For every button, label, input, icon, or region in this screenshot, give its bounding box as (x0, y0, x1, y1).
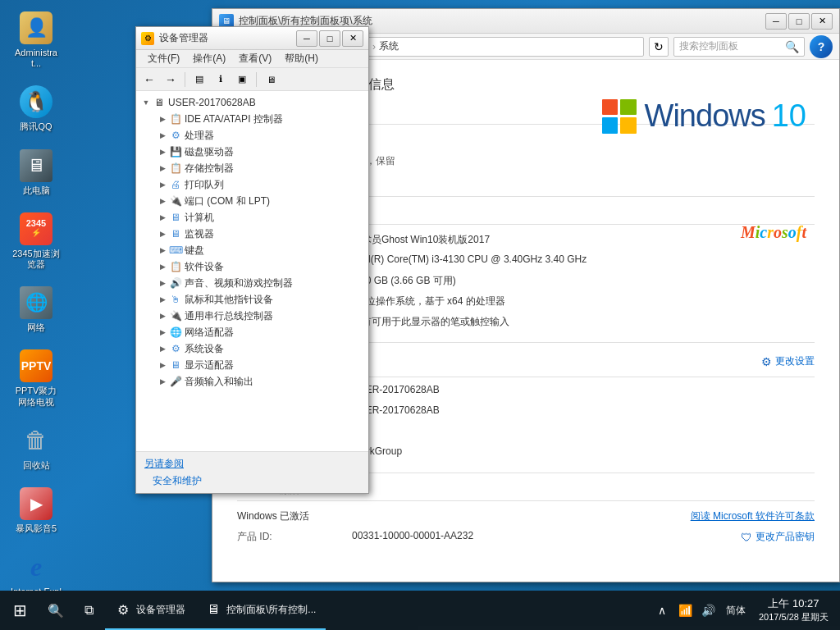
tree-item-9[interactable]: ▶ 📋 软件设备 (136, 258, 368, 275)
tree-icon-13: 🌐 (169, 326, 182, 339)
taskbar-item-device-manager[interactable]: ⚙ 设备管理器 (105, 591, 195, 630)
tree-expand-13: ▶ (156, 326, 169, 339)
flag-tl (602, 99, 619, 116)
menu-view[interactable]: 查看(V) (232, 50, 278, 67)
toolbar-btn3[interactable]: ▣ (232, 71, 252, 89)
tree-expand-3: ▶ (156, 162, 169, 175)
tree-expand-10: ▶ (156, 276, 169, 290)
ms-logo-r: r (767, 223, 774, 241)
shield-icon: 🛡 (741, 531, 752, 544)
tree-item-2[interactable]: ▶ 💾 磁盘驱动器 (136, 144, 368, 160)
taskbar-cp-label: 控制面板\所有控制... (226, 603, 316, 617)
taskbar: ⊞ 🔍 ⧉ ⚙ 设备管理器 🖥 控制面板\所有控制... ∧ 📶 🔊 简体 上午… (0, 591, 840, 630)
ms-license-link[interactable]: 阅读 Microsoft 软件许可条款 (691, 509, 815, 523)
tree-label-2: 磁盘驱动器 (185, 145, 234, 159)
tree-icon-root: 🖥 (153, 96, 166, 109)
toolbar-btn2[interactable]: ℹ (211, 71, 231, 89)
desktop-icon-administrator[interactable]: 👤 Administrat... (7, 8, 66, 72)
gear-icon: ⚙ (761, 355, 772, 368)
ms-logo-t: t (801, 223, 806, 241)
search-icon[interactable]: 🔍 (785, 40, 799, 53)
search-button[interactable]: 🔍 (39, 591, 72, 630)
help-button[interactable]: ? (810, 35, 833, 58)
tree-label-14: 系统设备 (185, 342, 224, 356)
tree-icon-16: 🎤 (169, 375, 182, 388)
tree-item-3[interactable]: ▶ 📋 存储控制器 (136, 160, 368, 176)
windows10-number: 10 (772, 98, 806, 134)
tree-item-12[interactable]: ▶ 🔌 通用串行总线控制器 (136, 308, 368, 324)
tree-item-14[interactable]: ▶ ⚙ 系统设备 (136, 340, 368, 357)
cp-close-button[interactable]: ✕ (811, 13, 833, 30)
tray-language[interactable]: 简体 (721, 602, 751, 619)
tree-item-13[interactable]: ▶ 🌐 网络适配器 (136, 324, 368, 340)
desktop-icon-qq[interactable]: 🐧 腾讯QQ (7, 82, 66, 135)
tray-network-icon[interactable]: 📶 (675, 600, 695, 620)
desktop-icon-bfyy[interactable]: ▶ 暴风影音5 (7, 484, 66, 537)
device-manager-titlebar: ⚙ 设备管理器 ─ □ ✕ (136, 27, 368, 50)
tree-item-4[interactable]: ▶ 🖨 打印队列 (136, 176, 368, 193)
tray-volume-icon[interactable]: 🔊 (698, 600, 718, 620)
tree-label-11: 鼠标和其他指针设备 (185, 293, 273, 307)
tree-item-1[interactable]: ▶ ⚙ 处理器 (136, 127, 368, 144)
taskbar-search-icon: 🔍 (48, 603, 64, 619)
toolbar-btn1[interactable]: ▤ (189, 71, 209, 89)
window-controls: ─ □ ✕ (296, 30, 363, 47)
tree-item-5[interactable]: ▶ 🔌 端口 (COM 和 LPT) (136, 193, 368, 209)
see-also-link[interactable]: 另请参阅 (144, 457, 360, 471)
close-button[interactable]: ✕ (342, 30, 363, 47)
tree-item-7[interactable]: ▶ 🖥 监视器 (136, 226, 368, 242)
device-manager-icon: ⚙ (141, 32, 154, 45)
ms-logo-o2: o (788, 223, 797, 241)
product-id-container: 产品 ID: 00331-10000-00001-AA232 (237, 530, 473, 544)
menu-help[interactable]: 帮助(H) (278, 50, 325, 67)
tree-root[interactable]: ▼ 🖥 USER-20170628AB (136, 94, 368, 111)
start-button[interactable]: ⊞ (0, 591, 39, 630)
tree-icon-11: 🖱 (169, 293, 182, 306)
activation-status: Windows 已激活 (237, 509, 686, 523)
menu-file[interactable]: 文件(F) (141, 50, 186, 67)
tree-item-16[interactable]: ▶ 🎤 音频输入和输出 (136, 373, 368, 390)
tree-icon-6: 🖥 (169, 211, 182, 224)
task-view-button[interactable]: ⧉ (72, 591, 105, 630)
change-product-button[interactable]: 🛡 更改产品密钥 (741, 530, 815, 544)
tree-label-10: 声音、视频和游戏控制器 (185, 276, 293, 290)
menu-action[interactable]: 操作(A) (186, 50, 232, 67)
change-settings-button[interactable]: ⚙ 更改设置 (761, 354, 815, 368)
tree-expand-4: ▶ (156, 178, 169, 191)
tree-item-6[interactable]: ▶ 🖥 计算机 (136, 209, 368, 226)
desktop-icon-pptv[interactable]: PPTV PPTV聚力 网络电视 (7, 346, 66, 410)
safety-maintenance-link[interactable]: 安全和维护 (144, 474, 360, 488)
icon-label-speed: 2345加速浏览器 (10, 249, 62, 270)
toolbar-btn4[interactable]: 🖥 (261, 71, 281, 89)
maximize-button[interactable]: □ (319, 30, 340, 47)
tree-item-0[interactable]: ▶ 📋 IDE ATA/ATAPI 控制器 (136, 111, 368, 127)
tree-icon-10: 🔊 (169, 276, 182, 290)
tree-expand-0: ▶ (156, 112, 169, 126)
tree-item-15[interactable]: ▶ 🖥 显示适配器 (136, 357, 368, 373)
tree-root-label: USER-20170628AB (168, 97, 256, 108)
taskbar-item-control-panel[interactable]: 🖥 控制面板\所有控制... (195, 591, 326, 630)
tree-item-8[interactable]: ▶ ⌨ 键盘 (136, 242, 368, 258)
tray-clock[interactable]: 上午 10:27 2017/5/28 星期天 (754, 597, 833, 623)
search-box[interactable]: 搜索控制面板 🔍 (673, 37, 805, 57)
desktop-icon-speed[interactable]: 2345 ⚡ 2345加速浏览器 (7, 209, 66, 273)
tray-expand-button[interactable]: ∧ (652, 600, 672, 620)
cp-maximize-button[interactable]: □ (788, 13, 810, 30)
tree-expand-12: ▶ (156, 309, 169, 322)
desktop-icon-mypc[interactable]: 🖥 此电脑 (7, 146, 66, 199)
desktop-icon-network[interactable]: 🌐 网络 (7, 283, 66, 336)
microsoft-logo-area: Microsoft (741, 223, 806, 242)
desktop-icon-recycle[interactable]: 🗑 回收站 (7, 421, 66, 474)
device-tree[interactable]: ▼ 🖥 USER-20170628AB ▶ 📋 IDE ATA/ATAPI 控制… (136, 91, 368, 451)
cp-window-controls: ─ □ ✕ (765, 13, 833, 30)
minimize-button[interactable]: ─ (296, 30, 317, 47)
cp-minimize-button[interactable]: ─ (765, 13, 787, 30)
tree-icon-15: 🖥 (169, 358, 182, 372)
forward-button[interactable]: → (161, 71, 180, 89)
back-button[interactable]: ← (139, 71, 159, 89)
tree-item-11[interactable]: ▶ 🖱 鼠标和其他指针设备 (136, 291, 368, 308)
desktop-icon-ie[interactable]: e Internet Explorer (7, 547, 66, 591)
icon-label-qq: 腾讯QQ (20, 121, 52, 132)
tree-item-10[interactable]: ▶ 🔊 声音、视频和游戏控制器 (136, 275, 368, 291)
refresh-button[interactable]: ↻ (649, 37, 669, 57)
